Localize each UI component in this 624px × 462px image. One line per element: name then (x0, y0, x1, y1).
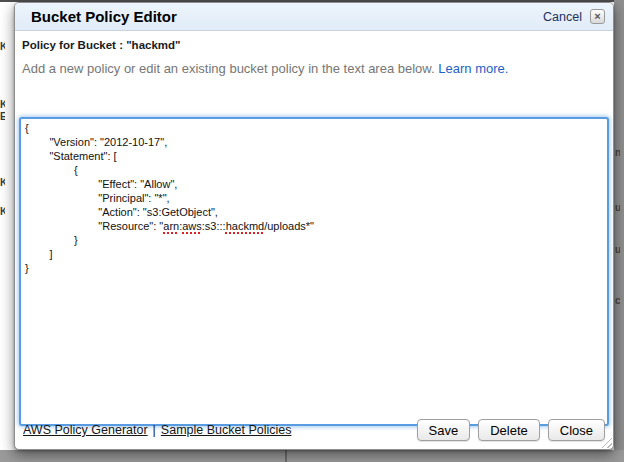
policy-text[interactable]: { "Version": "2012-10-17", "Statement": … (19, 117, 609, 426)
screen: K K E K K n u u c Bucket Policy Editor C… (0, 0, 624, 462)
background-text-fragment: K (0, 42, 5, 52)
dialog-title: Bucket Policy Editor (31, 8, 177, 25)
cancel-link[interactable]: Cancel (543, 10, 582, 24)
learn-more-link[interactable]: Learn more. (438, 61, 508, 76)
close-x-button[interactable]: × (590, 9, 605, 24)
background-bottom-strip (0, 450, 624, 462)
dialog-header: Bucket Policy Editor Cancel × (15, 3, 613, 31)
dialog-footer: AWS Policy Generator|Sample Bucket Polic… (23, 418, 605, 442)
background-text-fragment: K (0, 100, 5, 110)
background-text-fragment: K (0, 207, 5, 217)
background-text-fragment: u (615, 203, 620, 213)
delete-button[interactable]: Delete (478, 419, 540, 441)
aws-policy-generator-link[interactable]: AWS Policy Generator (23, 423, 148, 437)
link-separator: | (153, 423, 156, 437)
description-text: Add a new policy or edit an existing buc… (22, 61, 435, 76)
sample-bucket-policies-link[interactable]: Sample Bucket Policies (161, 423, 292, 437)
background-text-fragment: n (615, 148, 620, 158)
footer-links: AWS Policy Generator|Sample Bucket Polic… (23, 423, 291, 437)
save-button[interactable]: Save (417, 419, 471, 441)
policy-for-bucket-label: Policy for Bucket : "hackmd" (22, 39, 613, 51)
close-button[interactable]: Close (548, 419, 605, 441)
background-text-fragment: E (0, 112, 5, 122)
background-right-strip (614, 0, 624, 462)
bucket-policy-editor-dialog: Bucket Policy Editor Cancel × Policy for… (14, 2, 614, 450)
dialog-description: Add a new policy or edit an existing buc… (22, 61, 613, 76)
background-text-fragment: u (615, 245, 620, 255)
background-table-border (285, 450, 287, 462)
close-icon: × (594, 11, 600, 22)
background-text-fragment: c (615, 296, 620, 306)
background-text-fragment: K (0, 178, 5, 188)
